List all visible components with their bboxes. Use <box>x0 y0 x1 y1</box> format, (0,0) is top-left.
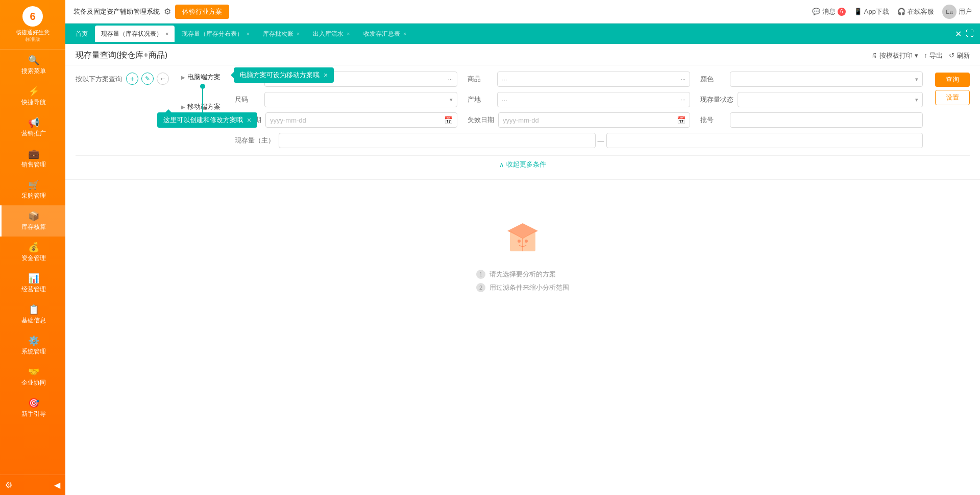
phone-icon: 📱 <box>854 8 862 15</box>
setting-button[interactable]: 设置 <box>935 90 970 105</box>
scheme-item-mobile[interactable]: ▶ 移动端方案 <box>181 102 220 111</box>
filter-row3: 生产日期 yyyy-mm-dd 📅 失效日期 yyyy-mm-dd 📅 <box>235 112 923 128</box>
tab-collect[interactable]: 收发存汇总表 × <box>357 26 412 42</box>
tab-collect-close[interactable]: × <box>403 31 406 37</box>
tab-batch-close[interactable]: × <box>297 31 300 37</box>
purchase-icon: 🛒 <box>28 179 39 191</box>
page-header: 现存量查询(按仓库+商品) 🖨 按模板打印 ▾ ↑ 导出 ↺ 刷新 <box>65 44 980 65</box>
scheme-arrow-button[interactable]: ← <box>157 73 169 85</box>
sidebar-item-quick[interactable]: ⚡ 快捷导航 <box>0 81 65 112</box>
empty-steps: 1 请先选择要分析的方案 2 用过滤条件来缩小分析范围 <box>476 270 569 292</box>
tabbar: 首页 现存量（库存状况表） × 现存量（库存分布表） × 库存批次账 × 出入库… <box>65 23 980 44</box>
sidebar-item-basic[interactable]: 📋 基础信息 <box>0 299 65 330</box>
sidebar-item-enterprise[interactable]: 🤝 企业协同 <box>0 361 65 392</box>
edit-scheme-button[interactable]: ✎ <box>141 73 154 85</box>
online-support-label: 在线客服 <box>908 7 934 16</box>
message-button[interactable]: 💬 消息 6 <box>812 7 846 16</box>
scheme-item-desktop[interactable]: ▶ 电脑端方案 <box>181 73 220 82</box>
empty-step-1: 1 请先选择要分析的方案 <box>476 270 569 279</box>
refresh-button[interactable]: ↺ 刷新 <box>949 51 970 60</box>
tab-batch[interactable]: 库存批次账 × <box>257 26 306 42</box>
tab-inventory-status[interactable]: 现存量（库存状况表） × <box>95 26 175 42</box>
sidebar-item-sales[interactable]: 💼 销售管理 <box>0 143 65 174</box>
svg-point-2 <box>525 240 528 243</box>
stock-status-select[interactable]: ▾ <box>738 92 923 107</box>
batch-no-input[interactable] <box>730 112 923 128</box>
prod-date-input[interactable]: yyyy-mm-dd 📅 <box>265 112 457 128</box>
add-scheme-button[interactable]: + <box>126 73 138 85</box>
sidebar-item-system[interactable]: ⚙️ 系统管理 <box>0 330 65 361</box>
sales-icon: 💼 <box>28 148 39 159</box>
tab-inventory-dist-close[interactable]: × <box>246 31 249 37</box>
color-label: 颜色 <box>700 75 726 84</box>
expire-date-input[interactable]: yyyy-mm-dd 📅 <box>498 112 690 128</box>
tooltip2-close[interactable]: × <box>247 116 251 124</box>
tab-inventory-dist[interactable]: 现存量（库存分布表） × <box>176 26 255 42</box>
sidebar-item-operations[interactable]: 📊 经营管理 <box>0 268 65 299</box>
message-label: 消息 <box>822 7 836 16</box>
sidebar-item-search[interactable]: 🔍 搜索菜单 <box>0 50 65 81</box>
field-origin: 产地 ··· ··· <box>468 92 690 107</box>
operations-icon: 📊 <box>28 273 39 284</box>
scheme-arrow-mobile: ▶ <box>181 104 185 110</box>
stock-main-to[interactable] <box>606 133 923 148</box>
size-select[interactable]: ▾ <box>264 92 457 107</box>
tooltip1-close[interactable]: × <box>324 71 328 79</box>
export-button[interactable]: ↑ 导出 <box>924 51 943 60</box>
tab-home[interactable]: 首页 <box>69 26 94 42</box>
sidebar-label-inventory: 库存核算 <box>21 223 46 231</box>
user-menu[interactable]: Ea 用户 <box>942 5 972 19</box>
tab-close-all-button[interactable]: ✕ <box>955 29 962 39</box>
trial-button[interactable]: 体验行业方案 <box>175 5 229 19</box>
export-label: 导出 <box>929 51 943 60</box>
topbar-settings-icon[interactable]: ⚙ <box>164 7 171 16</box>
query-button[interactable]: 查询 <box>935 73 970 87</box>
sidebar-label-marketing: 营销推广 <box>21 129 46 138</box>
svg-point-1 <box>518 240 521 243</box>
sidebar-item-inventory[interactable]: 📦 库存核算 <box>0 205 65 237</box>
sidebar-item-marketing[interactable]: 📢 营销推广 <box>0 112 65 143</box>
scheme-controls: + ✎ ← <box>126 73 169 85</box>
sidebar-label-enterprise: 企业协同 <box>21 379 46 387</box>
expire-date-label: 失效日期 <box>468 115 494 125</box>
stock-main-from[interactable] <box>279 133 596 148</box>
print-button[interactable]: 🖨 按模板打印 ▾ <box>871 51 918 60</box>
sidebar-item-finance[interactable]: 💰 资金管理 <box>0 237 65 268</box>
prod-date-placeholder: yyyy-mm-dd <box>270 116 306 124</box>
sidebar-settings-button[interactable]: ⚙ <box>5 480 12 490</box>
batch-no-label: 批号 <box>700 115 726 125</box>
collapse-bar[interactable]: ∧ 收起更多条件 <box>76 155 970 173</box>
topbar-left: 装备及固定资产辅助管理系统 ⚙ 体验行业方案 <box>74 5 229 19</box>
filter-label: 按以下方案查询 <box>76 75 122 84</box>
empty-step2-text: 用过滤条件来缩小分析范围 <box>489 283 569 292</box>
main-area: 装备及固定资产辅助管理系统 ⚙ 体验行业方案 💬 消息 6 📱 App下载 🎧 … <box>65 0 980 495</box>
app-download-button[interactable]: 📱 App下载 <box>854 7 889 16</box>
origin-input[interactable]: ··· ··· <box>497 92 690 107</box>
sidebar-item-guide[interactable]: 🎯 新手引导 <box>0 392 65 423</box>
sidebar-collapse-button[interactable]: ◀ <box>54 480 60 490</box>
sidebar-label-basic: 基础信息 <box>21 316 46 325</box>
collapse-up-icon: ∧ <box>499 161 504 169</box>
marketing-icon: 📢 <box>28 117 39 128</box>
online-support-button[interactable]: 🎧 在线客服 <box>897 7 934 16</box>
tab-fullscreen-button[interactable]: ⛶ <box>966 29 974 38</box>
empty-illustration <box>497 210 548 262</box>
sidebar-footer: ⚙ ◀ <box>0 475 65 495</box>
logo-badge: 标准版 <box>25 36 40 43</box>
refresh-label: 刷新 <box>957 51 970 60</box>
stock-main-label: 现存量（主） <box>235 136 275 145</box>
goods-input[interactable]: ··· ··· <box>497 72 690 87</box>
tab-batch-label: 库存批次账 <box>263 30 293 38</box>
sidebar-item-purchase[interactable]: 🛒 采购管理 <box>0 174 65 205</box>
field-goods: 商品 ··· ··· <box>468 72 690 87</box>
sidebar-label-quick: 快捷导航 <box>21 98 46 107</box>
collapse-label: 收起更多条件 <box>506 160 546 169</box>
tab-inout-close[interactable]: × <box>347 31 350 37</box>
headset-icon: 🎧 <box>897 8 905 15</box>
color-select[interactable]: ▾ <box>730 72 923 87</box>
tab-inventory-status-close[interactable]: × <box>165 31 168 37</box>
range-separator: — <box>598 137 604 145</box>
stock-status-label: 现存量状态 <box>700 95 733 104</box>
page-actions: 🖨 按模板打印 ▾ ↑ 导出 ↺ 刷新 <box>871 51 970 60</box>
tab-inout[interactable]: 出入库流水 × <box>307 26 356 42</box>
